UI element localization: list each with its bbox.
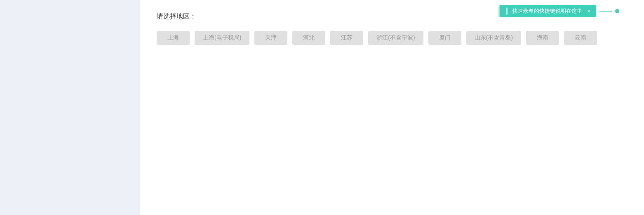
region-buttons: 上海上海(电子税局)天津河北江苏浙江(不含宁波)厦门山东(不含青岛)海南云南 xyxy=(157,31,628,45)
region-btn-xiamen[interactable]: 厦门 xyxy=(428,31,461,45)
left-sidebar xyxy=(0,0,140,215)
region-btn-shandong[interactable]: 山东(不含青岛) xyxy=(466,31,521,45)
tooltip-bar-icon xyxy=(506,7,508,15)
region-btn-jiangsu[interactable]: 江苏 xyxy=(330,31,363,45)
tooltip-close-button[interactable]: × xyxy=(587,8,590,14)
region-btn-hainan[interactable]: 海南 xyxy=(526,31,559,45)
tooltip-text: 快速录单的快捷键说明在这里 xyxy=(512,7,582,15)
region-btn-yunnan[interactable]: 云南 xyxy=(564,31,597,45)
tooltip-box: 快速录单的快捷键说明在这里 × xyxy=(498,5,596,17)
region-btn-zhejiang[interactable]: 浙江(不含宁波) xyxy=(368,31,423,45)
tooltip-container: 快速录单的快捷键说明在这里 × xyxy=(498,5,619,17)
region-btn-hebei[interactable]: 河北 xyxy=(292,31,325,45)
main-content: 请选择地区： 上海上海(电子税局)天津河北江苏浙江(不含宁波)厦门山东(不含青岛… xyxy=(140,0,644,215)
region-btn-shanghai[interactable]: 上海 xyxy=(157,31,190,45)
region-btn-shanghai-etax[interactable]: 上海(电子税局) xyxy=(195,31,249,45)
tooltip-dot xyxy=(615,9,619,13)
region-btn-tianjin[interactable]: 天津 xyxy=(254,31,287,45)
tooltip-line xyxy=(599,11,612,12)
